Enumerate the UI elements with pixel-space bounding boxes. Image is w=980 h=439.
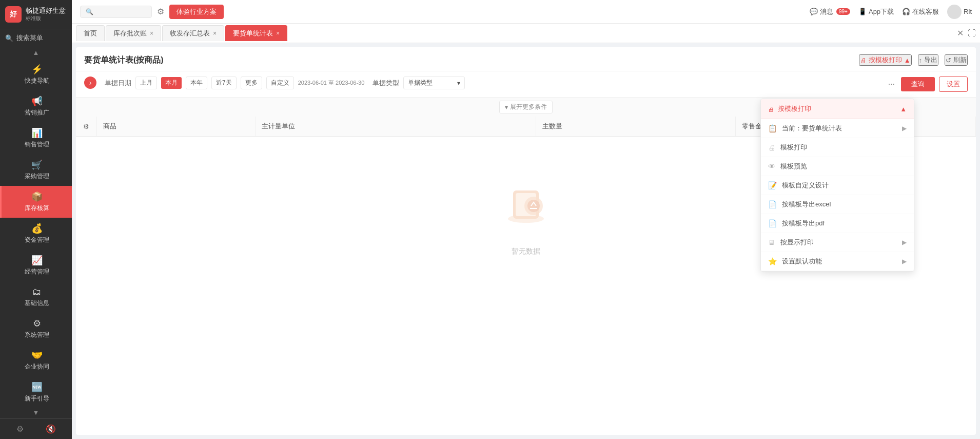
user-avatar[interactable]: Rit [947, 5, 972, 19]
sidebar-item-label: 基础信息 [25, 299, 49, 308]
tab-label: 收发存汇总表 [170, 29, 210, 38]
display-print-item[interactable]: 🖥 按显示打印 ▶ [761, 233, 914, 252]
tab-close-all-icon[interactable]: ✕ [957, 28, 964, 38]
print-button[interactable]: 🖨 按模板打印 ▲ [859, 54, 912, 66]
date-this-year-btn[interactable]: 本年 [186, 77, 207, 89]
tab-inventory-batch[interactable]: 库存批次账 × [106, 25, 161, 41]
col-quantity: 主数量 [536, 117, 736, 137]
template-preview-item[interactable]: 👁 模板预览 [761, 157, 914, 176]
sidebar-item-label: 库存核算 [25, 204, 49, 213]
template-design-item[interactable]: 📝 模板自定义设计 [761, 176, 914, 195]
scroll-down-btn[interactable]: ▼ [0, 407, 72, 418]
default-function-label: 设置默认功能 [782, 257, 822, 266]
sidebar: 好 畅捷通好生意 标准版 🔍 搜索菜单 ▲ ⚡ 快捷导航 📢 营销推广 📊 销售… [0, 0, 72, 439]
template-print-label: 模板打印 [780, 143, 807, 152]
date-label: 单据日期 [105, 79, 131, 88]
sidebar-item-guide[interactable]: 🆕 新手引导 [0, 376, 72, 407]
template-pdf-label: 按模板导出pdf [782, 219, 825, 228]
print-dropdown-icon: 🖨 [768, 105, 775, 113]
current-template-icon: 📋 [768, 124, 777, 132]
dropdown-collapse-icon[interactable]: ▲ [900, 105, 907, 113]
tab-home[interactable]: 首页 [76, 25, 105, 41]
type-placeholder: 单据类型 [408, 79, 433, 87]
topbar-settings-icon[interactable]: ⚙ [157, 7, 164, 16]
export-icon: ↑ [919, 56, 923, 64]
sidebar-item-inventory[interactable]: 📦 库存核算 [0, 186, 72, 218]
content-header: 要货单统计表(按商品) 🖨 按模板打印 ▲ ↑ 导出 ↺ 刷新 [76, 47, 976, 71]
chevron-right-icon: ▶ [902, 258, 907, 265]
search-icon: 🔍 [5, 34, 13, 42]
export-button[interactable]: ↑ 导出 [918, 54, 939, 66]
col-unit: 主计量单位 [256, 117, 536, 137]
expand-more-btn[interactable]: ▾ 展开更多条件 [499, 101, 553, 113]
tab-close-icon[interactable]: × [213, 30, 217, 37]
settings-button[interactable]: 设置 [939, 77, 968, 92]
tab-order-stats[interactable]: 要货单统计表 × [225, 25, 287, 41]
expand-icon: ▾ [505, 104, 508, 111]
sidebar-item-collab[interactable]: 🤝 企业协同 [0, 345, 72, 376]
tabs-bar: 首页 库存批次账 × 收发存汇总表 × 要货单统计表 × ✕ ⛶ [72, 24, 980, 43]
basic-icon: 🗂 [32, 287, 42, 297]
logo-icon: 好 [5, 6, 22, 23]
template-pdf-item[interactable]: 📄 按模板导出pdf [761, 214, 914, 233]
sidebar-item-label: 快捷导航 [25, 77, 49, 85]
topbar-search[interactable]: 🔍 [80, 6, 152, 18]
sidebar-item-operation[interactable]: 📈 经营管理 [0, 250, 72, 281]
template-excel-item[interactable]: 📄 按模板导出excel [761, 195, 914, 214]
more-options-btn[interactable]: ··· [886, 78, 897, 91]
message-btn[interactable]: 💬 消息 99+ [810, 7, 850, 16]
type-select[interactable]: 单据类型 ▾ [403, 77, 465, 89]
sidebar-item-purchase[interactable]: 🛒 采购管理 [0, 154, 72, 186]
search-icon: 🔍 [86, 8, 93, 15]
service-icon: 🎧 [902, 8, 910, 15]
sidebar-item-basic[interactable]: 🗂 基础信息 [0, 281, 72, 313]
type-label: 单据类型 [373, 79, 399, 88]
sidebar-item-sales[interactable]: 📊 销售管理 [0, 122, 72, 154]
date-this-month-btn[interactable]: 本月 [161, 77, 182, 89]
current-template-item[interactable]: 📋 当前：要货单统计表 ▶ [761, 119, 914, 138]
date-more-btn[interactable]: 更多 [241, 77, 262, 89]
chevron-up-icon: ▲ [904, 56, 911, 64]
refresh-icon: ↺ [946, 56, 951, 64]
footer-audio-icon[interactable]: 🔇 [46, 424, 56, 434]
chevron-right-icon: ▶ [902, 125, 907, 132]
sidebar-item-marketing[interactable]: 📢 营销推广 [0, 90, 72, 122]
app-title: 畅捷通好生意 [26, 7, 66, 15]
settings-icon[interactable]: ⚙ [83, 123, 89, 130]
scroll-up-btn[interactable]: ▲ [0, 47, 72, 59]
app-download-label: App下载 [869, 7, 894, 16]
online-service-btn[interactable]: 🎧 在线客服 [902, 7, 939, 16]
guide-icon: 🆕 [31, 381, 43, 393]
tab-receipt-summary[interactable]: 收发存汇总表 × [162, 25, 224, 41]
tab-close-icon[interactable]: × [276, 30, 280, 37]
template-print-item[interactable]: 🖨 模板打印 [761, 138, 914, 157]
inventory-icon: 📦 [31, 191, 43, 202]
query-button[interactable]: 查询 [901, 77, 935, 91]
sidebar-item-quick-nav[interactable]: ⚡ 快捷导航 [0, 59, 72, 90]
tab-maximize-icon[interactable]: ⛶ [968, 29, 976, 38]
filter-row: › 单据日期 上月 本月 本年 近7天 更多 自定义 2023-06-01 至 … [76, 71, 976, 98]
trial-button[interactable]: 体验行业方案 [169, 5, 224, 19]
sidebar-item-system[interactable]: ⚙ 系统管理 [0, 313, 72, 345]
sidebar-item-label: 企业协同 [25, 362, 49, 371]
col-checkbox[interactable]: ⚙ [76, 117, 96, 137]
marketing-icon: 📢 [31, 96, 43, 107]
tab-close-icon[interactable]: × [150, 30, 153, 37]
template-pdf-icon: 📄 [768, 219, 777, 227]
sidebar-item-label: 系统管理 [25, 331, 49, 339]
search-label: 搜索菜单 [16, 33, 43, 43]
footer-settings-icon[interactable]: ⚙ [16, 424, 24, 434]
date-7-days-btn[interactable]: 近7天 [211, 77, 237, 89]
default-function-item[interactable]: ⭐ 设置默认功能 ▶ [761, 252, 914, 271]
date-custom-btn[interactable]: 自定义 [266, 77, 294, 89]
empty-text: 暂无数据 [512, 247, 540, 256]
filter-expand-icon[interactable]: › [84, 77, 96, 89]
sidebar-item-finance[interactable]: 💰 资金管理 [0, 218, 72, 250]
date-last-month-btn[interactable]: 上月 [135, 77, 157, 89]
template-design-label: 模板自定义设计 [782, 181, 829, 190]
empty-illustration [500, 178, 552, 239]
refresh-button[interactable]: ↺ 刷新 [945, 54, 968, 66]
sidebar-search[interactable]: 🔍 搜索菜单 [0, 29, 72, 47]
user-name: Rit [964, 8, 972, 15]
app-download-btn[interactable]: 📱 App下载 [858, 7, 894, 16]
